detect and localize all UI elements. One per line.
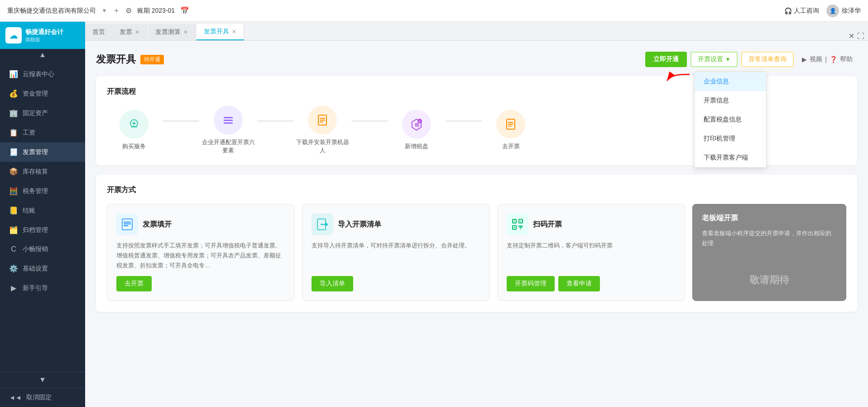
top-bar: 重庆畅捷交通信息咨询有限公司 ▼ ＋ ⚙ 账期 2023-01 📅 🎧 人工咨询…	[0, 0, 868, 22]
svg-rect-18	[508, 126, 512, 126]
open-now-button[interactable]: 立即开通	[645, 52, 687, 67]
invoice-settings-button[interactable]: 开票设置 ▼	[691, 52, 738, 67]
settings-nav-icon: ⚙️	[9, 264, 18, 273]
svg-rect-21	[124, 223, 131, 224]
page-header: 发票开具 待开通 立即开通 开票设置 ▼ 异常清单查询 ▶ 视频 | ❓	[96, 52, 857, 67]
pin-icon: ◄◄	[9, 394, 22, 401]
dropdown-download-client[interactable]: 下载开票客户端	[695, 148, 766, 167]
payroll-icon: 📋	[9, 128, 18, 137]
tab-invoice-close[interactable]: ✕	[135, 29, 139, 35]
sidebar-item-accounting[interactable]: 📒 结账	[0, 201, 85, 220]
page-title-row: 发票开具 待开通	[96, 53, 164, 66]
tab-home[interactable]: 首页	[85, 24, 112, 40]
settings-icon[interactable]: ⚙	[125, 6, 132, 15]
header-actions: 立即开通 开票设置 ▼ 异常清单查询 ▶ 视频 | ❓ 帮助	[645, 52, 857, 67]
svg-rect-20	[124, 222, 131, 223]
sidebar-item-tax[interactable]: 🧮 税务管理	[0, 181, 85, 201]
sidebar: ☁ 畅捷通好会计 旗舰版 ▲ 📊 云报表中心 💰 资金管理 🏢 固定资产 📋	[0, 22, 85, 407]
dropdown-printer[interactable]: 打印机管理	[695, 129, 766, 148]
settings-dropdown: 企业信息 开票信息 配置税盘信息 打印机管理 下载开票客户端	[694, 72, 767, 168]
flow-step-buy: 购买服务	[107, 110, 161, 150]
go-issue-button[interactable]: 去开票	[116, 276, 152, 291]
headset-icon: 🎧	[784, 7, 792, 15]
svg-rect-17	[508, 124, 513, 125]
method-boss-header: 老板端开票	[702, 213, 837, 223]
flow-step-download: 下载并安装开票机器人	[295, 106, 350, 155]
fund-icon: 💰	[9, 89, 18, 98]
user-info[interactable]: 👤 徐泽华	[826, 5, 861, 17]
red-arrow	[662, 72, 694, 88]
svg-rect-28	[514, 221, 515, 222]
chevron-down-icon[interactable]: ▼	[101, 7, 107, 14]
maximize-icon[interactable]: ⛶	[857, 32, 864, 40]
add-tax-icon: 税 +	[402, 110, 431, 139]
add-icon[interactable]: ＋	[113, 6, 120, 15]
method-card-boss: 老板端开票 查看老板端小程序提交的开票申请，并作出相应的处理 敬请期待	[692, 204, 846, 301]
sidebar-item-invoice[interactable]: 🧾 发票管理	[0, 142, 85, 162]
scan-actions: 开票码管理 查看申请	[507, 276, 676, 291]
svg-rect-4	[224, 117, 233, 118]
dropdown-tax-config[interactable]: 配置税盘信息	[695, 110, 766, 129]
method-import-header: 导入开票清单	[312, 213, 480, 235]
sidebar-item-fixed-assets[interactable]: 🏢 固定资产	[0, 103, 85, 123]
dropdown-invoice-info[interactable]: 开票信息	[695, 91, 766, 110]
svg-rect-8	[320, 118, 325, 119]
chevron-down-settings-icon: ▼	[725, 56, 730, 63]
sidebar-item-settings[interactable]: ⚙️ 基础设置	[0, 259, 85, 278]
manage-code-button[interactable]: 开票码管理	[507, 276, 555, 291]
top-bar-right: 🎧 人工咨询 👤 徐泽华	[784, 5, 861, 17]
guide-icon: ▶	[9, 284, 18, 292]
play-icon: ▶	[802, 56, 807, 63]
tab-bar-right: ✕ ⛶	[845, 32, 868, 40]
config-icon	[214, 106, 243, 135]
tab-invoice-issue[interactable]: 发票开具 ✕	[197, 24, 244, 40]
calendar-icon[interactable]: 📅	[180, 6, 189, 15]
tab-invoice-calc-close[interactable]: ✕	[183, 29, 188, 35]
method-card-scan: 扫码开票 支持定制开票二维码，客户端可扫码开票 开票码管理 查看申请	[497, 204, 685, 301]
sidebar-item-cloud-report[interactable]: 📊 云报表中心	[0, 64, 85, 84]
svg-rect-29	[520, 221, 521, 222]
company-name[interactable]: 重庆畅捷交通信息咨询有限公司	[7, 7, 96, 15]
tab-bar: 首页 发票 ✕ 发票测算 ✕ 发票开具 ✕ ✕ ⛶	[85, 22, 868, 41]
download-icon	[308, 106, 337, 135]
service-button[interactable]: 🎧 人工咨询	[784, 7, 819, 15]
sidebar-scroll-up[interactable]: ▲	[0, 49, 85, 61]
sidebar-item-inventory[interactable]: 📦 库存核算	[0, 162, 85, 181]
flow-divider-3	[351, 121, 388, 121]
sidebar-item-guide[interactable]: ▶ 新手引导	[0, 278, 85, 298]
video-help-button[interactable]: ▶ 视频 | ❓ 帮助	[797, 53, 857, 66]
import-list-button[interactable]: 导入清单	[312, 276, 353, 291]
svg-rect-30	[514, 227, 515, 228]
sidebar-scroll-down[interactable]: ▼	[0, 372, 85, 388]
tab-invoice[interactable]: 发票 ✕	[112, 24, 147, 40]
content-area: 首页 发票 ✕ 发票测算 ✕ 发票开具 ✕ ✕ ⛶	[85, 22, 868, 407]
svg-text:+: +	[418, 119, 421, 124]
status-badge: 待开通	[140, 55, 164, 64]
sidebar-item-fund[interactable]: 💰 资金管理	[0, 84, 85, 103]
tab-invoice-calc[interactable]: 发票测算 ✕	[148, 24, 196, 40]
anomaly-list-button[interactable]: 异常清单查询	[741, 52, 794, 67]
flow-step-issue: 去开票	[484, 110, 538, 150]
logo-text-block: 畅捷通好会计 旗舰版	[25, 28, 63, 43]
sidebar-cancel-pin[interactable]: ◄◄ 取消固定	[0, 388, 85, 407]
method-scan-header: 扫码开票	[507, 213, 676, 235]
period-label: 账期 2023-01	[137, 7, 175, 15]
dropdown-company-info[interactable]: 企业信息	[695, 72, 766, 91]
sidebar-item-report[interactable]: C 小畅报销	[0, 240, 85, 259]
sidebar-item-payroll[interactable]: 📋 工资	[0, 123, 85, 142]
tab-invoice-issue-close[interactable]: ✕	[232, 29, 236, 35]
sidebar-item-archive[interactable]: 🗂️ 归档管理	[0, 220, 85, 240]
method-card-import: 导入开票清单 支持导入待开票清单，可对待开票清单进行拆分、合并处理。 导入清单	[302, 204, 490, 301]
avatar: 👤	[826, 5, 839, 17]
main-layout: ☁ 畅捷通好会计 旗舰版 ▲ 📊 云报表中心 💰 资金管理 🏢 固定资产 📋	[0, 22, 868, 407]
report-icon: C	[9, 245, 18, 253]
flow-divider-4	[446, 121, 482, 121]
close-window-icon[interactable]: ✕	[849, 32, 854, 40]
view-apply-button[interactable]: 查看申请	[558, 276, 600, 291]
flow-divider-2	[257, 121, 293, 121]
issue-icon	[496, 110, 525, 139]
methods-section-title: 开票方式	[107, 185, 846, 195]
svg-rect-9	[320, 120, 325, 121]
tax-icon: 🧮	[9, 187, 18, 195]
inventory-icon: 📦	[9, 167, 18, 176]
